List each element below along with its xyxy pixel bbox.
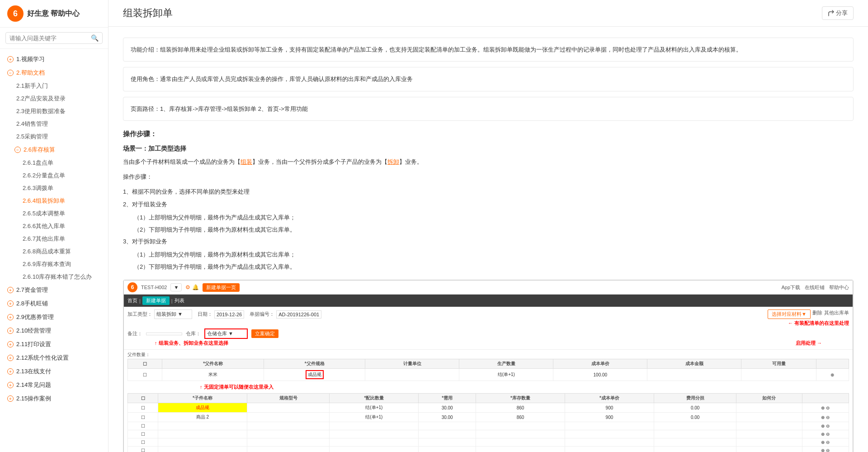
sidebar-item-ops-label: 2.10经营管理 [16, 327, 51, 335]
step-2-1: （1）上部明细为父件明细，最终作为产成品生成其它入库单； [123, 212, 854, 224]
search-input[interactable] [9, 35, 91, 42]
search-area: 🔍 [0, 28, 108, 49]
mock-nav-home[interactable]: 首页 [127, 297, 137, 304]
page-title: 组装拆卸单 [123, 6, 173, 20]
cell-stock2: 860 [476, 403, 565, 413]
mock-nav-assembly[interactable]: 新建单据 [142, 296, 170, 305]
collapse-icon-2: − [14, 147, 21, 153]
sidebar-item-cost-adjust[interactable]: 2.6.5成本调整单 [0, 207, 108, 220]
disassemble-link[interactable]: 拆卸 [387, 158, 399, 165]
cell-op: ⊕ [816, 369, 849, 381]
mock-confirm-btn[interactable]: 立案确定 [251, 329, 278, 338]
sidebar-item-mobile-label: 2.8手机旺铺 [16, 300, 48, 308]
table-row: ☐ 米米 成品规 结(单+1) 100.00 ⊕ [128, 369, 849, 381]
sidebar-item-docs[interactable]: − 2.帮助文档 [0, 66, 108, 80]
sidebar-item-faq[interactable]: + 2.14常见问题 [0, 378, 108, 392]
mock-no-field: 单据编号： AD-20191226-001 [250, 310, 321, 319]
role-intro: 使用角色：通常由生产人员或库管人员完成拆装业务的操作，库管人员确认原材料的出库和… [123, 67, 854, 91]
sidebar-item-faq-label: 2.14常见问题 [16, 381, 51, 389]
col-name2: *子件名称 [158, 394, 247, 403]
mock-table-parent: ☐ *父件名称 *父件规格 计量单位 生产数量 成本单价 成本金额 可用量 [127, 359, 849, 381]
col-avail: 可用量 [741, 359, 816, 369]
sidebar-item-assembly[interactable]: 2.6.4组装拆卸单 [0, 195, 108, 207]
sidebar-item-personal[interactable]: + 2.12系统个性化设置 [0, 351, 108, 365]
cell-name2: 成品规 [158, 403, 247, 413]
sidebar-item-fraction-stocktake[interactable]: 2.6.2分量盘点单 [0, 169, 108, 182]
path-intro: 页面路径：1、库存核算->库存管理->组装拆卸单 2、首页->常用功能 [123, 97, 854, 121]
share-button[interactable]: 分享 [822, 6, 854, 20]
sidebar-item-other-out[interactable]: 2.6.7其他出库单 [0, 233, 108, 245]
step-3-1: （1）上部明细为父件明细，最终作为原材料生成其它出库单； [123, 249, 854, 261]
steps-list: 1、根据不同的业务，选择不同单据的类型来处理 2、对于组装业务 （1）上部明细为… [123, 186, 854, 273]
search-box[interactable]: 🔍 [5, 32, 103, 44]
cell-spec3 [247, 403, 329, 413]
mock-nav-list[interactable]: 列表 [175, 297, 184, 304]
mock-no-input[interactable]: AD-20191226-001 [276, 310, 321, 319]
expand-icon-payment: + [7, 368, 14, 375]
cell-amount3: 0.00 [654, 403, 736, 413]
operation-title: 操作步骤： [123, 130, 854, 138]
table-row: ☐ ⊕ ⊖ [128, 430, 849, 438]
mock-more-btn[interactable]: 其他出库单 [824, 309, 849, 319]
assemble-link[interactable]: 组装 [241, 158, 252, 165]
sidebar-item-ops[interactable]: + 2.10经营管理 [0, 324, 108, 338]
annotation-row-2: ↑ 组装业务、拆卸业务在这里选择 启用处理 → [127, 340, 849, 347]
table-row: ☐ ⊕ ⊖ [128, 422, 849, 430]
sidebar-item-print[interactable]: + 2.11打印设置 [0, 338, 108, 351]
col-ops [816, 359, 849, 369]
cell-cost3: 900 [565, 403, 654, 413]
expand-icon-mobile: + [7, 300, 14, 307]
mock-warehouse-select[interactable]: 仓储仓库 ▼ [204, 328, 248, 339]
mock-save-btn[interactable]: 选择对应材料▼ [768, 309, 811, 319]
nav-section-1: + 1.视频学习 [0, 52, 108, 66]
step-1: 1、根据不同的业务，选择不同单据的类型来处理 [123, 186, 854, 198]
sidebar-item-beginner[interactable]: 2.1新手入门 [0, 80, 108, 92]
table-row: ☐ 商品 2 结(单+1) 30.00 860 900 0.00 ⊕ ⊖ [128, 413, 849, 422]
col-check2: ☐ [128, 394, 158, 403]
sidebar-item-inventory-label: 2.6库存核算 [24, 146, 55, 154]
sidebar-item-sales[interactable]: 2.4销售管理 [0, 118, 108, 130]
sidebar-item-purchase[interactable]: 2.5采购管理 [0, 130, 108, 143]
col-cost2: *成本单价 [565, 394, 654, 403]
sidebar-item-transfer[interactable]: 2.6.3调拨单 [0, 182, 108, 195]
nav-list: + 1.视频学习 − 2.帮助文档 2.1新手入门 2.2产品安装及登录 2.3… [0, 49, 108, 452]
cell-cost: 100.00 [553, 369, 647, 381]
mock-new-btn[interactable]: 新建单据一页 [203, 283, 240, 292]
mock-dropdown: ▼ [170, 283, 182, 291]
sidebar-item-inventory-query[interactable]: 2.6.9库存账本查询 [0, 258, 108, 271]
sidebar-item-inventory[interactable]: − 2.6库存核算 [0, 143, 108, 157]
step-2-2: （2）下部明细为子件明细，最终作为原材料生成其它出库单。 [123, 224, 854, 236]
sidebar-item-mobile[interactable]: + 2.8手机旺铺 [0, 297, 108, 310]
sidebar-item-finance[interactable]: + 2.7资金管理 [0, 283, 108, 297]
expand-icon-print: + [7, 341, 14, 347]
sidebar-item-cost-recalc[interactable]: 2.6.8商品成本重算 [0, 245, 108, 258]
sidebar-item-stocktake[interactable]: 2.6.1盘点单 [0, 157, 108, 169]
col-spec2: 规格型号 [247, 394, 329, 403]
path-intro-text: 页面路径：1、库存核算->库存管理->组装拆卸单 2、首页->常用功能 [131, 105, 308, 112]
logo-area: 6 好生意 帮助中心 [0, 0, 108, 28]
mock-remark[interactable] [146, 333, 182, 335]
sidebar-item-coupon-label: 2.9优惠券管理 [16, 313, 54, 321]
sidebar-item-other-in[interactable]: 2.6.6其他入库单 [0, 220, 108, 233]
mock-type-select[interactable]: 组装拆卸 ▼ [154, 309, 192, 319]
mock-logo: 6 [127, 282, 137, 292]
mock-action-btns: 选择对应材料▼ 删除 其他出库单 [768, 309, 849, 319]
sidebar-item-cases[interactable]: + 2.15操作案例 [0, 392, 108, 405]
col-spec: *父件规格 [264, 359, 365, 369]
search-button[interactable]: 🔍 [91, 34, 99, 42]
sidebar-item-inventory-error[interactable]: 2.6.10库存账本错了怎么办 [0, 271, 108, 283]
sidebar-item-data-prep[interactable]: 2.3使用前数据准备 [0, 105, 108, 118]
sidebar-item-coupon[interactable]: + 2.9优惠券管理 [0, 310, 108, 324]
sidebar-item-payment[interactable]: + 2.13在线支付 [0, 365, 108, 378]
sidebar-item-install[interactable]: 2.2产品安装及登录 [0, 92, 108, 105]
mock-date-input[interactable]: 2019-12-26 [214, 310, 244, 319]
cell-avail [741, 369, 816, 381]
share-icon [828, 10, 834, 16]
scene1-steps-title: 操作步骤： [123, 171, 854, 183]
cell-qty3: 30.00 [419, 403, 476, 413]
col-qty: 生产数量 [459, 359, 553, 369]
annotation-row-table: ↑ 无固定清单可以随便在这里录入 [124, 383, 853, 391]
sidebar-item-video[interactable]: + 1.视频学习 [0, 52, 108, 66]
table-row: ☐ ⊕ ⊖ [128, 438, 849, 447]
mock-delete-btn[interactable]: 删除 [812, 309, 822, 319]
